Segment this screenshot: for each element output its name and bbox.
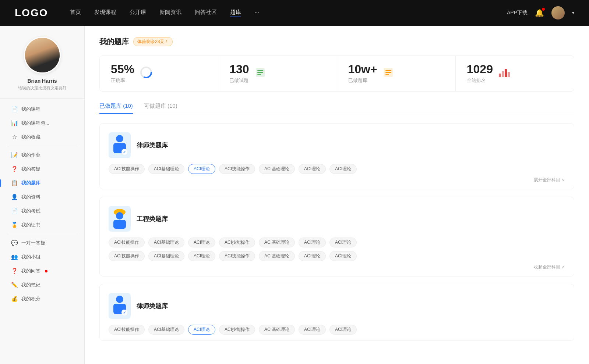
sidebar-item-courses[interactable]: 📄 我的课程 bbox=[0, 102, 84, 116]
tag-item[interactable]: ACI理论 bbox=[329, 325, 357, 335]
avatar[interactable] bbox=[551, 6, 565, 19]
courses-icon: 📄 bbox=[11, 106, 18, 113]
bank-card-lawyer-2: ✓ 律师类题库 ACI技能操作 ACI基础理论 ACI理论 ACI技能操作 AC… bbox=[99, 284, 574, 341]
sidebar: Brian Harris 错误的决定比没有决定要好 📄 我的课程 📊 我的课程包… bbox=[0, 26, 85, 364]
notification-bell[interactable]: 🔔 bbox=[535, 8, 544, 17]
tag-item[interactable]: ACI基础理论 bbox=[148, 238, 184, 247]
tag-item[interactable]: ACI技能操作 bbox=[219, 238, 255, 247]
sidebar-item-label: 我的小组 bbox=[21, 254, 40, 260]
tag-item[interactable]: ACI理论 bbox=[299, 164, 326, 174]
stat-value-accuracy: 55% bbox=[111, 63, 134, 75]
bank-title-lawyer-1: 律师类题库 bbox=[137, 141, 168, 150]
svg-rect-13 bbox=[508, 72, 510, 77]
profile-icon: 👤 bbox=[11, 194, 18, 200]
sidebar-item-exam[interactable]: 📄 我的考试 bbox=[0, 204, 84, 218]
tag-item[interactable]: ACI基础理论 bbox=[259, 164, 295, 174]
tag-item[interactable]: ACI技能操作 bbox=[109, 238, 145, 247]
tag-item[interactable]: ACI理论 bbox=[329, 251, 357, 261]
lawyer-icon-2: ✓ bbox=[109, 293, 131, 319]
stat-text-done: 130 已做试题 bbox=[229, 63, 249, 84]
nav-discover[interactable]: 发现课程 bbox=[94, 9, 116, 17]
svg-rect-5 bbox=[257, 74, 261, 75]
homework-icon: 📝 bbox=[11, 152, 18, 158]
stat-card-accuracy: 55% 正确率 bbox=[100, 56, 218, 91]
svg-rect-9 bbox=[385, 74, 389, 75]
tag-item[interactable]: ACI基础理论 bbox=[259, 325, 295, 335]
tag-item[interactable]: ACI理论 bbox=[188, 251, 215, 261]
svg-point-14 bbox=[116, 135, 123, 142]
tag-item[interactable]: ACI技能操作 bbox=[219, 325, 255, 335]
svg-rect-10 bbox=[499, 74, 501, 77]
bank-card-engineer: 工程类题库 ACI技能操作 ACI基础理论 ACI理论 ACI技能操作 ACI基… bbox=[99, 197, 574, 276]
tab-done-banks[interactable]: 已做题库 (10) bbox=[99, 103, 133, 114]
tag-item[interactable]: ACI基础理论 bbox=[259, 251, 295, 261]
svg-rect-7 bbox=[385, 70, 391, 71]
sidebar-item-packages[interactable]: 📊 我的课程包... bbox=[0, 116, 84, 130]
sidebar-item-label: 我的题库 bbox=[21, 180, 40, 186]
tag-item[interactable]: ACI技能操作 bbox=[109, 251, 145, 261]
stats-row: 55% 正确率 130 已做试题 bbox=[99, 56, 574, 92]
main-content: 我的题库 体验剩余23天！ 55% 正确率 130 bbox=[85, 26, 589, 364]
trial-badge: 体验剩余23天！ bbox=[133, 37, 173, 46]
sidebar-item-homework[interactable]: 📝 我的作业 bbox=[0, 148, 84, 162]
tag-item[interactable]: ACI技能操作 bbox=[219, 251, 255, 261]
sidebar-item-cert[interactable]: 🏅 我的证书 bbox=[0, 218, 84, 232]
notes-icon: ✏️ bbox=[11, 282, 18, 288]
tag-item[interactable]: ACI基础理论 bbox=[259, 238, 295, 247]
stat-text-banks: 10w+ 已做题库 bbox=[348, 63, 377, 84]
tag-item-highlighted[interactable]: ACI理论 bbox=[188, 325, 215, 335]
tab-available-banks[interactable]: 可做题库 (10) bbox=[144, 103, 177, 114]
sidebar-item-points[interactable]: 💰 我的积分 bbox=[0, 292, 84, 306]
tag-item[interactable]: ACI技能操作 bbox=[219, 164, 255, 174]
sidebar-item-notes[interactable]: ✏️ 我的笔记 bbox=[0, 278, 84, 292]
nav-more[interactable]: ··· bbox=[254, 9, 259, 17]
nav-qa[interactable]: 问答社区 bbox=[195, 9, 217, 17]
sidebar-item-questions[interactable]: ❓ 我的答疑 bbox=[0, 162, 84, 176]
nav-open-course[interactable]: 公开课 bbox=[130, 9, 146, 17]
stat-label-accuracy: 正确率 bbox=[111, 77, 134, 84]
tag-item[interactable]: ACI理论 bbox=[329, 238, 357, 247]
nav-bank[interactable]: 题库 bbox=[230, 9, 241, 17]
tag-item[interactable]: ACI基础理论 bbox=[148, 251, 184, 261]
sidebar-nav: 📄 我的课程 📊 我的课程包... ☆ 我的收藏 📝 我的作业 ❓ 我的答疑 � bbox=[0, 102, 84, 306]
tag-item[interactable]: ACI技能操作 bbox=[109, 164, 145, 174]
favorites-icon: ☆ bbox=[11, 134, 18, 140]
svg-text:✓: ✓ bbox=[123, 150, 126, 154]
bank-card-lawyer-1: ✓ 律师类题库 ACI技能操作 ACI基础理论 ACI理论 ACI技能操作 AC… bbox=[99, 123, 574, 189]
stat-card-rank: 1029 全站排名 bbox=[456, 56, 574, 91]
sidebar-divider-2 bbox=[7, 234, 77, 234]
tag-item[interactable]: ACI理论 bbox=[188, 238, 215, 247]
user-menu-chevron[interactable]: ▾ bbox=[572, 10, 574, 15]
page-title: 我的题库 bbox=[99, 37, 129, 47]
tag-item[interactable]: ACI理论 bbox=[299, 251, 326, 261]
cert-icon: 🏅 bbox=[11, 222, 18, 228]
groups-icon: 👥 bbox=[11, 254, 18, 260]
sidebar-item-myqa[interactable]: ❓ 我的问答 bbox=[0, 264, 84, 278]
sidebar-item-label: 我的课程包... bbox=[21, 120, 49, 126]
tag-item[interactable]: ACI基础理论 bbox=[148, 164, 184, 174]
tag-item[interactable]: ACI技能操作 bbox=[109, 325, 145, 335]
notification-dot bbox=[542, 8, 545, 11]
myqa-icon: ❓ bbox=[11, 268, 18, 274]
questions-icon: ❓ bbox=[11, 166, 18, 172]
exam-icon: 📄 bbox=[11, 208, 18, 214]
app-download-link[interactable]: APP下载 bbox=[507, 10, 528, 16]
expand-button-lawyer-1[interactable]: 展开全部科目 ∨ bbox=[109, 177, 565, 183]
stat-card-banks: 10w+ 已做题库 bbox=[337, 56, 456, 91]
collapse-button-engineer[interactable]: 收起全部科目 ∧ bbox=[109, 264, 565, 270]
tag-item[interactable]: ACI理论 bbox=[329, 164, 357, 174]
nav-news[interactable]: 新闻资讯 bbox=[159, 9, 181, 17]
sidebar-item-bank[interactable]: 📋 我的题库 bbox=[0, 176, 84, 190]
sidebar-item-1on1[interactable]: 💬 一对一答疑 bbox=[0, 236, 84, 250]
sidebar-item-favorites[interactable]: ☆ 我的收藏 bbox=[0, 130, 84, 144]
nav-home[interactable]: 首页 bbox=[70, 9, 81, 17]
sidebar-item-groups[interactable]: 👥 我的小组 bbox=[0, 250, 84, 264]
1on1-icon: 💬 bbox=[11, 240, 18, 246]
navbar-menu: 首页 发现课程 公开课 新闻资讯 问答社区 题库 ··· bbox=[70, 9, 507, 17]
tag-item[interactable]: ACI基础理论 bbox=[148, 325, 184, 335]
stat-value-done: 130 bbox=[229, 63, 249, 75]
tag-item[interactable]: ACI理论 bbox=[299, 325, 326, 335]
sidebar-item-profile[interactable]: 👤 我的资料 bbox=[0, 190, 84, 204]
tag-item-highlighted[interactable]: ACI理论 bbox=[188, 164, 215, 174]
tag-item[interactable]: ACI理论 bbox=[299, 238, 326, 247]
